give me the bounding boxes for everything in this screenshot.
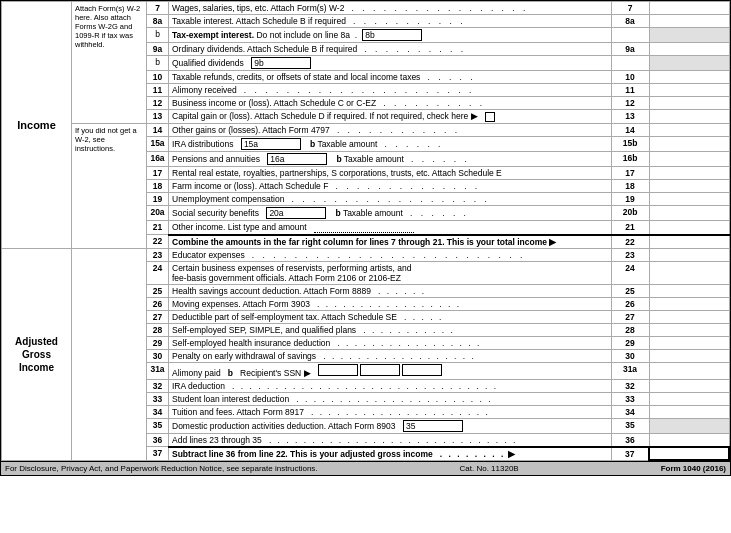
row-22-input[interactable] [649, 235, 729, 249]
row-30-right: 30 [611, 349, 649, 362]
row-num-7: 7 [147, 2, 169, 15]
row-33-right: 33 [611, 392, 649, 405]
row-num-9b: b [147, 56, 169, 71]
row-10-desc: Taxable refunds, credits, or offsets of … [169, 71, 612, 84]
row-22-desc: Combine the amounts in the far right col… [169, 235, 612, 249]
row-14-right: 14 [611, 123, 649, 136]
row-20a-box[interactable]: 20a [266, 207, 326, 219]
row-18-input[interactable] [649, 179, 729, 192]
agi-label3: Income [19, 362, 54, 373]
row-num-16a: 16a [147, 151, 169, 166]
row-22-right: 22 [611, 235, 649, 249]
row-32-desc: IRA deduction . . . . . . . . . . . . . … [169, 379, 612, 392]
row-14-input[interactable] [649, 123, 729, 136]
row-37-input[interactable] [649, 447, 729, 461]
row-num-24: 24 [147, 261, 169, 284]
row-8b-desc: Tax-exempt interest. Do not include on l… [169, 28, 612, 43]
row-num-30: 30 [147, 349, 169, 362]
row-36-desc: Add lines 23 through 35 . . . . . . . . … [169, 433, 612, 447]
row-13-right: 13 [611, 110, 649, 124]
row-num-23: 23 [147, 248, 169, 261]
row-24-input[interactable] [649, 261, 729, 284]
row-32-input[interactable] [649, 379, 729, 392]
row-16b-input[interactable] [649, 151, 729, 166]
row-9b-box[interactable]: 9b [251, 57, 311, 69]
row-23-input[interactable] [649, 248, 729, 261]
row-27-right: 27 [611, 310, 649, 323]
row-35-desc: Domestic production activities deduction… [169, 418, 612, 433]
row-num-20a: 20a [147, 205, 169, 220]
row-19-input[interactable] [649, 192, 729, 205]
row-25-input[interactable] [649, 284, 729, 297]
row-num-21: 21 [147, 220, 169, 235]
row-31-ssn-box2[interactable] [360, 364, 400, 376]
row-13-input[interactable] [649, 110, 729, 124]
row-31a-input[interactable] [649, 362, 729, 379]
row-9a-input[interactable] [649, 43, 729, 56]
row-15b-input[interactable] [649, 136, 729, 151]
row-18-right: 18 [611, 179, 649, 192]
row-20b-right: 20b [611, 205, 649, 220]
row-num-28: 28 [147, 323, 169, 336]
row-7-input[interactable] [649, 2, 729, 15]
row-num-14: 14 [147, 123, 169, 136]
row-num-12: 12 [147, 97, 169, 110]
row-num-15a: 15a [147, 136, 169, 151]
row-7-desc: Wages, salaries, tips, etc. Attach Form(… [169, 2, 612, 15]
footer-form: Form 1040 (2016) [661, 464, 726, 473]
row-32-right: 32 [611, 379, 649, 392]
row-11-desc: Alimony received . . . . . . . . . . . .… [169, 84, 612, 97]
row-25-right: 25 [611, 284, 649, 297]
row-33-input[interactable] [649, 392, 729, 405]
row-19-right: 19 [611, 192, 649, 205]
row-15-desc: IRA distributions 15a b Taxable amount .… [169, 136, 612, 151]
row-35-box[interactable]: 35 [403, 420, 463, 432]
row-num-31a: 31a [147, 362, 169, 379]
agi-label2: Gross [22, 349, 51, 360]
row-12-input[interactable] [649, 97, 729, 110]
agi-label1: Adjusted [15, 336, 58, 347]
row-30-desc: Penalty on early withdrawal of savings .… [169, 349, 612, 362]
row-34-input[interactable] [649, 405, 729, 418]
row-29-input[interactable] [649, 336, 729, 349]
row-31-ssn-box3[interactable] [402, 364, 442, 376]
row-num-32: 32 [147, 379, 169, 392]
row-28-input[interactable] [649, 323, 729, 336]
row-16-desc: Pensions and annuities 16a b Taxable amo… [169, 151, 612, 166]
row-8a-right: 8a [611, 15, 649, 28]
footer: For Disclosure, Privacy Act, and Paperwo… [1, 461, 730, 475]
row-13-desc: Capital gain or (loss). Attach Schedule … [169, 110, 612, 124]
row-37-right: 37 [611, 447, 649, 461]
row-8a-input[interactable] [649, 15, 729, 28]
row-9a-desc: Ordinary dividends. Attach Schedule B if… [169, 43, 612, 56]
row-29-right: 29 [611, 336, 649, 349]
row-26-input[interactable] [649, 297, 729, 310]
row-10-input[interactable] [649, 71, 729, 84]
row-9b-input [649, 56, 729, 71]
row-23-right: 23 [611, 248, 649, 261]
row-31-ssn-box1[interactable] [318, 364, 358, 376]
row-8b-box[interactable]: 8b [362, 29, 422, 41]
row-16a-box[interactable]: 16a [267, 153, 327, 165]
row-28-right: 28 [611, 323, 649, 336]
w2-note: If you did not get a W-2, see instructio… [72, 123, 147, 248]
row-17-right: 17 [611, 166, 649, 179]
row-20b-input[interactable] [649, 205, 729, 220]
row-21-input[interactable] [649, 220, 729, 235]
row-13-checkbox[interactable] [485, 112, 495, 122]
row-30-input[interactable] [649, 349, 729, 362]
row-36-input[interactable] [649, 433, 729, 447]
row-18-desc: Farm income or (loss). Attach Schedule F… [169, 179, 612, 192]
row-num-37: 37 [147, 447, 169, 461]
row-24-desc: Certain business expenses of reservists,… [169, 261, 612, 284]
row-15a-box[interactable]: 15a [241, 138, 301, 150]
row-27-input[interactable] [649, 310, 729, 323]
income-section-label: Income [2, 2, 72, 249]
row-num-11: 11 [147, 84, 169, 97]
row-11-input[interactable] [649, 84, 729, 97]
row-17-input[interactable] [649, 166, 729, 179]
row-23-desc: Educator expenses . . . . . . . . . . . … [169, 248, 612, 261]
row-21-desc: Other income. List type and amount [169, 220, 612, 235]
row-num-8a: 8a [147, 15, 169, 28]
row-num-33: 33 [147, 392, 169, 405]
